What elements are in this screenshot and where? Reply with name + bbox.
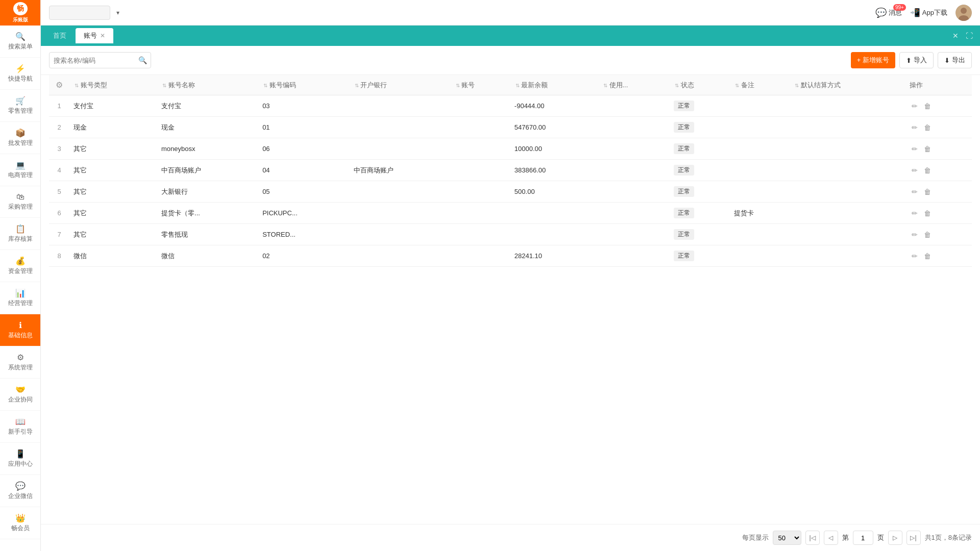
sidebar-item-members[interactable]: 👑 畅会员	[0, 507, 40, 539]
delete-button[interactable]: 🗑	[922, 187, 933, 197]
per-page-label: 每页显示	[742, 533, 769, 542]
first-page-btn[interactable]: |◁	[805, 531, 820, 545]
sidebar-item-label: 经营管理	[2, 299, 38, 308]
sidebar-item-purchase-mgmt[interactable]: 🛍 采购管理	[0, 186, 40, 218]
delete-button[interactable]: 🗑	[922, 230, 933, 240]
col-default-settlement: ⇅ 默认结算方式	[790, 75, 905, 95]
col-name-sort-icon[interactable]: ⇅	[162, 83, 166, 88]
sidebar-item-quick-nav[interactable]: ⚡ 快捷导航	[0, 58, 40, 90]
import-label: 导入	[914, 56, 927, 65]
delete-button[interactable]: 🗑	[922, 144, 933, 154]
table-row: 1 支付宝 支付宝 03 -90444.00 正常 ✏ 🗑	[49, 95, 972, 117]
col-type-sort-icon[interactable]: ⇅	[75, 83, 79, 88]
next-page-btn[interactable]: ▷	[888, 531, 902, 545]
cell-balance	[510, 203, 598, 224]
table-body: 1 支付宝 支付宝 03 -90444.00 正常 ✏ 🗑 2 现金 现金 01…	[49, 95, 972, 267]
topbar-dropdown[interactable]: ▾	[116, 9, 119, 16]
sidebar-item-label: 批发管理	[2, 139, 38, 147]
delete-button[interactable]: 🗑	[922, 122, 933, 133]
user-avatar[interactable]	[955, 5, 972, 21]
edit-button[interactable]: ✏	[910, 122, 920, 133]
retail-icon: 🛒	[2, 96, 38, 106]
cell-no: 7	[49, 224, 69, 245]
cell-usage	[598, 117, 670, 138]
cell-default-settlement	[790, 160, 905, 181]
app-download-button[interactable]: 📲 App下载	[910, 8, 947, 17]
col-usage-sort-icon[interactable]: ⇅	[603, 83, 607, 88]
topbar-search-input[interactable]	[49, 6, 110, 20]
cell-status: 正常	[670, 160, 730, 181]
table-row: 3 其它 moneybosx 06 10000.00 正常 ✏ 🗑	[49, 138, 972, 160]
sidebar: 畅 乐账版 🔍 搜索菜单 ⚡ 快捷导航 🛒 零售管理 📦 批发管理 💻 电商管理…	[0, 0, 41, 551]
sidebar-item-inventory[interactable]: 📋 库存核算	[0, 218, 40, 250]
col-bank-sort-icon[interactable]: ⇅	[355, 83, 359, 88]
col-remark-sort-icon[interactable]: ⇅	[735, 83, 739, 88]
edit-button[interactable]: ✏	[910, 144, 920, 154]
sidebar-item-enterprise-wechat[interactable]: 💬 企业微信	[0, 475, 40, 507]
add-account-button[interactable]: + 新增账号	[851, 52, 895, 68]
col-remark: ⇅ 备注	[730, 75, 790, 95]
tab-home[interactable]: 首页	[45, 28, 75, 43]
last-page-btn[interactable]: ▷|	[906, 531, 921, 545]
edit-button[interactable]: ✏	[910, 165, 920, 176]
sidebar-item-retail-mgmt[interactable]: 🛒 零售管理	[0, 90, 40, 122]
sidebar-item-operations[interactable]: 📊 经营管理	[0, 282, 40, 314]
search-button[interactable]: 🔍	[138, 56, 147, 64]
table-row: 5 其它 大新银行 05 500.00 正常 ✏ 🗑	[49, 181, 972, 203]
sidebar-item-wholesale-mgmt[interactable]: 📦 批发管理	[0, 122, 40, 154]
sidebar-item-finance[interactable]: 💰 资金管理	[0, 250, 40, 282]
col-code-sort-icon[interactable]: ⇅	[263, 83, 267, 88]
message-button[interactable]: 💬 99+ 消息	[875, 7, 902, 18]
delete-button[interactable]: 🗑	[922, 165, 933, 176]
edit-button[interactable]: ✏	[910, 208, 920, 218]
sidebar-item-label: 企业协同	[2, 395, 38, 404]
tab-account-close[interactable]: ✕	[100, 32, 105, 39]
import-button[interactable]: ⬆ 导入	[899, 52, 934, 68]
col-balance-sort-icon[interactable]: ⇅	[516, 83, 520, 88]
sidebar-item-enterprise-agreement[interactable]: 🤝 企业协同	[0, 379, 40, 411]
sidebar-item-ecom-mgmt[interactable]: 💻 电商管理	[0, 154, 40, 186]
cell-remark	[730, 138, 790, 160]
cell-bank	[350, 117, 451, 138]
sidebar-item-sys-mgmt[interactable]: ⚙ 系统管理	[0, 346, 40, 379]
tab-maximize-btn[interactable]: ⛶	[963, 32, 976, 40]
column-settings-icon[interactable]: ⚙	[56, 81, 63, 89]
delete-button[interactable]: 🗑	[922, 101, 933, 111]
col-default-settlement-sort-icon[interactable]: ⇅	[795, 83, 799, 88]
sidebar-item-new-guide[interactable]: 📖 新手引导	[0, 411, 40, 443]
col-status-sort-icon[interactable]: ⇅	[675, 83, 679, 88]
table-row: 2 现金 现金 01 547670.00 正常 ✏ 🗑	[49, 117, 972, 138]
tab-minimize-btn[interactable]: ✕	[949, 32, 962, 40]
cell-account	[451, 181, 510, 203]
tab-home-label: 首页	[53, 31, 66, 40]
edit-button[interactable]: ✏	[910, 187, 920, 197]
col-account: ⇅ 账号	[451, 75, 510, 95]
cell-bank	[350, 224, 451, 245]
edit-button[interactable]: ✏	[910, 230, 920, 240]
col-balance-label: 最新余额	[521, 81, 548, 89]
sidebar-item-app-center[interactable]: 📱 应用中心	[0, 443, 40, 475]
col-usage-label: 使用...	[609, 81, 628, 89]
col-type-label: 账号类型	[81, 81, 107, 89]
col-settings[interactable]: ⚙	[49, 75, 69, 95]
sidebar-item-basic-info[interactable]: ℹ 基础信息	[0, 314, 40, 346]
search-input[interactable]	[49, 52, 151, 68]
export-button[interactable]: ⬇ 导出	[938, 52, 972, 68]
cell-account	[451, 117, 510, 138]
table-row: 4 其它 中百商场账户 04 中百商场账户 383866.00 正常 ✏ 🗑	[49, 160, 972, 181]
tab-account[interactable]: 账号 ✕	[76, 28, 113, 43]
sidebar-item-label: 企业微信	[2, 492, 38, 500]
sidebar-item-search-menu[interactable]: 🔍 搜索菜单	[0, 26, 40, 58]
per-page-select[interactable]: 50 20 100	[773, 531, 801, 545]
edit-button[interactable]: ✏	[910, 251, 920, 261]
cell-code: PICKUPC...	[258, 203, 349, 224]
page-input[interactable]	[853, 531, 873, 545]
prev-page-btn[interactable]: ◁	[824, 531, 838, 545]
delete-button[interactable]: 🗑	[922, 208, 933, 218]
col-account-sort-icon[interactable]: ⇅	[456, 83, 460, 88]
col-name-label: 账号名称	[168, 81, 195, 89]
edit-button[interactable]: ✏	[910, 101, 920, 111]
delete-button[interactable]: 🗑	[922, 251, 933, 261]
cell-action: ✏ 🗑	[905, 245, 972, 267]
cell-default-settlement	[790, 181, 905, 203]
